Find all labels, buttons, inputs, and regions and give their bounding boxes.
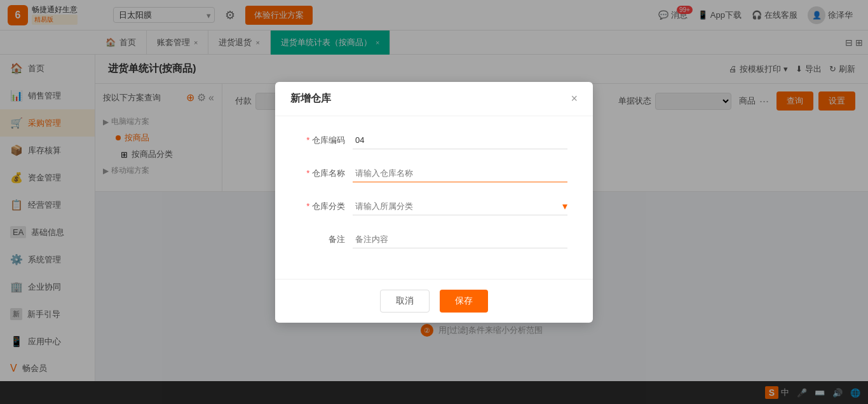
modal-dialog: 新增仓库 × 仓库编码 仓库名称 仓库分类 ▾: [275, 82, 593, 323]
form-row-code: 仓库编码: [301, 131, 567, 149]
modal-header: 新增仓库 ×: [275, 82, 593, 116]
modal-body: 仓库编码 仓库名称 仓库分类 ▾ 备注: [275, 116, 593, 279]
note-label: 备注: [301, 234, 345, 245]
name-input[interactable]: [353, 165, 567, 182]
code-label: 仓库编码: [301, 135, 345, 146]
code-input[interactable]: [353, 131, 567, 149]
modal-title: 新增仓库: [290, 92, 331, 105]
form-row-category: 仓库分类 ▾: [301, 198, 567, 215]
form-row-note: 备注: [301, 231, 567, 248]
form-row-name: 仓库名称: [301, 165, 567, 182]
note-input[interactable]: [353, 231, 567, 248]
cancel-button[interactable]: 取消: [380, 290, 430, 313]
category-label: 仓库分类: [301, 201, 345, 212]
category-select-wrap: ▾: [353, 198, 567, 215]
category-chevron-icon[interactable]: ▾: [562, 200, 567, 212]
category-input[interactable]: [353, 198, 562, 215]
save-button[interactable]: 保存: [440, 290, 488, 313]
name-label: 仓库名称: [301, 168, 345, 179]
modal-overlay[interactable]: 新增仓库 × 仓库编码 仓库名称 仓库分类 ▾: [0, 0, 868, 404]
modal-close-button[interactable]: ×: [571, 92, 578, 105]
modal-footer: 取消 保存: [275, 279, 593, 323]
